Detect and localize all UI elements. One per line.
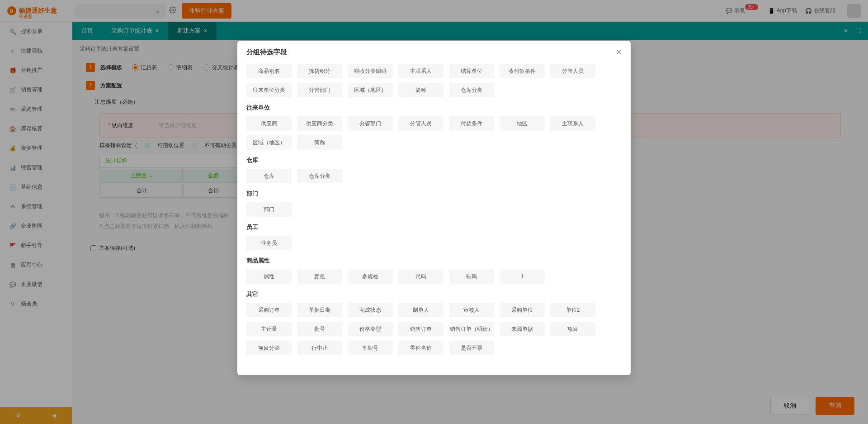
field-chip[interactable]: 收付款条件 xyxy=(500,64,545,78)
field-chip[interactable]: 仓库分类 xyxy=(449,83,494,97)
field-group-title: 部门 xyxy=(246,190,622,198)
field-chip[interactable]: 多规格 xyxy=(348,269,393,284)
field-chip[interactable]: 是否开票 xyxy=(449,341,494,355)
field-chip[interactable]: 分管部门 xyxy=(348,116,393,131)
field-chip[interactable]: 单位2 xyxy=(550,303,595,317)
field-chip[interactable]: 主计量 xyxy=(246,322,292,336)
field-chip[interactable]: 车架号 xyxy=(348,341,393,355)
field-chip[interactable]: 拣货积分 xyxy=(297,64,342,78)
field-chip[interactable]: 分管部门 xyxy=(297,83,342,97)
modal-title: 分组待选字段 xyxy=(246,48,287,57)
field-row: 仓库仓库分类 xyxy=(246,169,622,183)
field-chip[interactable]: 简称 xyxy=(398,83,443,97)
field-row: 主计量批号价格类型销售订单销售订单（明细）来源单据项目 xyxy=(246,322,622,336)
field-group-title: 往来单位 xyxy=(246,104,622,112)
field-group: 往来单位供应商供应商分类分管部门分管人员付款条件地区主联系人区域（地区）简称 xyxy=(246,104,622,150)
field-row: 采购订单单据日期完成状态制单人审核人采购单位单位2 xyxy=(246,303,622,317)
field-group-title: 其它 xyxy=(246,290,622,298)
field-chip[interactable]: 制单人 xyxy=(398,303,443,317)
field-chip[interactable]: 付款条件 xyxy=(449,116,494,131)
field-group: 其它采购订单单据日期完成状态制单人审核人采购单位单位2主计量批号价格类型销售订单… xyxy=(246,290,622,355)
field-chip[interactable]: 简称 xyxy=(297,135,342,150)
field-chip[interactable]: 价格类型 xyxy=(348,322,393,336)
field-chip[interactable]: 批号 xyxy=(297,322,342,336)
field-chip[interactable]: 完成状态 xyxy=(348,303,393,317)
field-group: 商品属性属性颜色多规格尺码鞋码1 xyxy=(246,257,622,284)
field-chip[interactable]: 税收分类编码 xyxy=(348,64,393,78)
field-chip[interactable]: 来源单据 xyxy=(500,322,545,336)
field-chip[interactable]: 主联系人 xyxy=(398,64,443,78)
field-group: 员工业务员 xyxy=(246,223,622,250)
modal-horizontal-scrollbar[interactable] xyxy=(240,367,628,372)
field-chip[interactable]: 供应商分类 xyxy=(297,116,342,131)
field-chip[interactable]: 鞋码 xyxy=(449,269,494,284)
modal-close-icon[interactable]: ✕ xyxy=(616,48,622,57)
field-chip[interactable]: 业务员 xyxy=(246,236,292,250)
field-row: 业务员 xyxy=(246,236,622,250)
field-chip[interactable]: 销售订单 xyxy=(398,322,443,336)
field-chip[interactable]: 审核人 xyxy=(449,303,494,317)
field-group-title: 商品属性 xyxy=(246,257,622,265)
field-chip[interactable]: 分管人员 xyxy=(550,64,595,78)
field-row: 商品别名拣货积分税收分类编码主联系人结算单位收付款条件分管人员 xyxy=(246,64,622,78)
field-chip[interactable]: 1 xyxy=(500,269,545,284)
field-chip[interactable]: 属性 xyxy=(246,269,292,284)
field-row: 区域（地区）简称 xyxy=(246,135,622,150)
field-row: 往来单位分类分管部门区域（地区）简称仓库分类 xyxy=(246,83,622,97)
modal-body: 商品别名拣货积分税收分类编码主联系人结算单位收付款条件分管人员往来单位分类分管部… xyxy=(237,64,631,367)
field-chip[interactable]: 采购单位 xyxy=(500,303,545,317)
field-chip[interactable]: 行中止 xyxy=(297,341,342,355)
field-row: 部门 xyxy=(246,202,622,217)
field-chip[interactable]: 商品别名 xyxy=(246,64,292,78)
field-group: 仓库仓库仓库分类 xyxy=(246,156,622,183)
field-chip[interactable]: 销售订单（明细） xyxy=(449,322,494,336)
field-picker-modal: 分组待选字段 ✕ 商品别名拣货积分税收分类编码主联系人结算单位收付款条件分管人员… xyxy=(237,41,631,375)
field-chip[interactable]: 结算单位 xyxy=(449,64,494,78)
field-chip[interactable]: 仓库分类 xyxy=(297,169,342,183)
field-chip[interactable]: 单据日期 xyxy=(297,303,342,317)
field-chip[interactable]: 部门 xyxy=(246,202,292,217)
field-chip[interactable]: 往来单位分类 xyxy=(246,83,292,97)
field-chip[interactable]: 项目 xyxy=(550,322,595,336)
field-chip[interactable]: 供应商 xyxy=(246,116,292,131)
field-chip[interactable]: 分管人员 xyxy=(398,116,443,131)
field-chip[interactable]: 零件名称 xyxy=(398,341,443,355)
field-group: 部门部门 xyxy=(246,190,622,217)
field-chip[interactable]: 主联系人 xyxy=(550,116,595,131)
modal-header: 分组待选字段 ✕ xyxy=(237,41,631,64)
field-row: 供应商供应商分类分管部门分管人员付款条件地区主联系人 xyxy=(246,116,622,131)
field-group-title: 员工 xyxy=(246,223,622,231)
field-chip[interactable]: 尺码 xyxy=(398,269,443,284)
field-chip[interactable]: 区域（地区） xyxy=(348,83,393,97)
field-row: 属性颜色多规格尺码鞋码1 xyxy=(246,269,622,284)
field-chip[interactable]: 采购订单 xyxy=(246,303,292,317)
field-chip[interactable]: 颜色 xyxy=(297,269,342,284)
field-group-title: 仓库 xyxy=(246,156,622,164)
field-chip[interactable]: 区域（地区） xyxy=(246,135,292,150)
field-chip[interactable]: 地区 xyxy=(500,116,545,131)
field-chip[interactable]: 项目分类 xyxy=(246,341,292,355)
field-row: 项目分类行中止车架号零件名称是否开票 xyxy=(246,341,622,355)
field-chip[interactable]: 仓库 xyxy=(246,169,292,183)
